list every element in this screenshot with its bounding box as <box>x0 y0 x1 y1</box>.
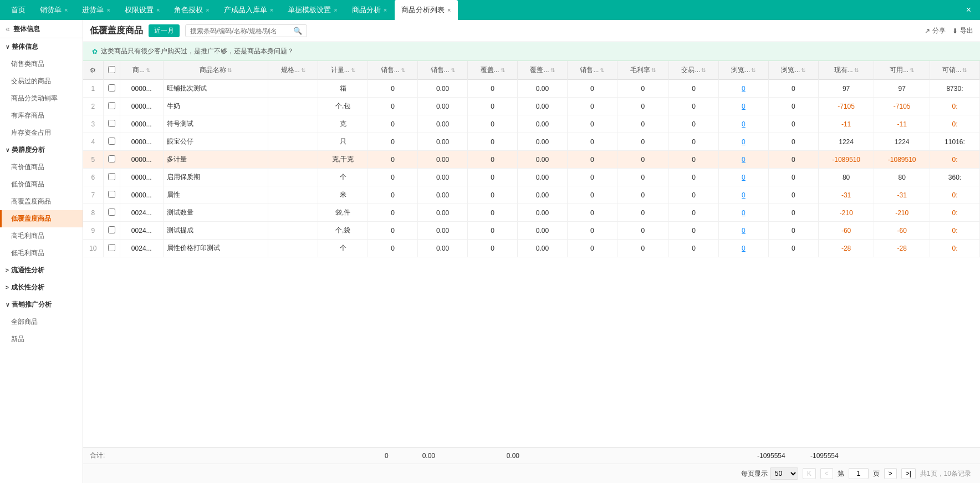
sidebar-item-all-goods[interactable]: 全部商品 <box>0 313 83 331</box>
sidebar-collapse-button[interactable]: « <box>2 23 13 34</box>
close-icon[interactable]: × <box>270 7 273 13</box>
close-icon[interactable]: × <box>384 7 387 13</box>
row-checkbox[interactable] <box>108 226 115 233</box>
row-checkbox-cell[interactable] <box>103 186 120 204</box>
col-settings[interactable]: ⚙ <box>83 61 103 80</box>
row-checkbox[interactable] <box>108 102 115 109</box>
col-sales-detail[interactable]: 销售...⇅ <box>567 61 617 80</box>
row-browse1[interactable]: 0 <box>718 80 768 98</box>
prev-page-button[interactable]: < <box>820 468 833 479</box>
row-num: 10 <box>83 240 103 257</box>
row-browse1[interactable]: 0 <box>718 98 768 115</box>
col-code[interactable]: 商...⇅ <box>120 61 163 80</box>
time-filter-button[interactable]: 近一月 <box>149 24 180 37</box>
sidebar-item-stock-capital[interactable]: 库存资金占用 <box>0 124 83 141</box>
sidebar-item-traded-goods[interactable]: 交易过的商品 <box>0 73 83 90</box>
close-icon[interactable]: × <box>334 7 337 13</box>
row-checkbox[interactable] <box>108 84 115 91</box>
row-checkbox-cell[interactable] <box>103 240 120 257</box>
col-trade[interactable]: 交易...⇅ <box>669 61 719 80</box>
close-icon[interactable]: × <box>64 7 68 13</box>
col-current[interactable]: 现有...⇅ <box>818 61 874 80</box>
sidebar-item-stock-goods[interactable]: 有库存商品 <box>0 107 83 124</box>
row-browse1[interactable]: 0 <box>718 151 768 169</box>
per-page-dropdown[interactable]: 50 100 200 <box>770 467 798 480</box>
row-checkbox[interactable] <box>108 191 115 198</box>
nav-tab-products[interactable]: 产成品入库单 × <box>217 0 280 20</box>
close-icon[interactable]: × <box>206 7 209 13</box>
nav-tab-analysis-list[interactable]: 商品分析列表 × <box>395 0 457 20</box>
last-page-button[interactable]: >| <box>901 468 916 479</box>
close-icon[interactable]: × <box>106 7 110 13</box>
col-saleable[interactable]: 可销...⇅ <box>930 61 979 80</box>
row-browse1[interactable]: 0 <box>718 169 768 186</box>
nav-tab-sales[interactable]: 销货单 × <box>33 0 74 20</box>
row-checkbox[interactable] <box>108 209 115 216</box>
window-close-button[interactable]: × <box>962 3 976 17</box>
col-browse2[interactable]: 浏览...⇅ <box>768 61 818 80</box>
col-unit[interactable]: 计量...⇅ <box>318 61 368 80</box>
nav-tab-permissions[interactable]: 权限设置 × <box>118 0 166 20</box>
sidebar-group-overall[interactable]: ∨ 整体信息 <box>0 38 83 55</box>
select-all-checkbox[interactable] <box>108 66 115 73</box>
row-checkbox[interactable] <box>108 138 115 145</box>
col-sales-amount[interactable]: 销售...⇅ <box>418 61 468 80</box>
sidebar-item-low-coverage[interactable]: 低覆盖度商品 <box>0 210 83 227</box>
row-checkbox[interactable] <box>108 244 115 251</box>
first-page-button[interactable]: K <box>803 468 816 479</box>
row-checkbox-cell[interactable] <box>103 115 120 133</box>
row-checkbox-cell[interactable] <box>103 169 120 186</box>
share-button[interactable]: ↗ 分享 <box>925 26 946 35</box>
row-checkbox-cell[interactable] <box>103 222 120 240</box>
row-browse1[interactable]: 0 <box>718 204 768 222</box>
nav-tab-roles[interactable]: 角色授权 × <box>167 0 216 20</box>
col-cov1[interactable]: 覆盖...⇅ <box>468 61 518 80</box>
row-name: 测试提成 <box>163 222 268 240</box>
col-spec[interactable]: 规格...⇅ <box>268 61 318 80</box>
sidebar-item-high-value[interactable]: 高价值商品 <box>0 159 83 176</box>
sidebar-item-high-margin[interactable]: 高毛利商品 <box>0 227 83 245</box>
row-checkbox[interactable] <box>108 173 115 180</box>
nav-tab-home[interactable]: 首页 <box>4 0 32 20</box>
sidebar-item-category-rate[interactable]: 商品分类动销率 <box>0 90 83 107</box>
sidebar-item-low-margin[interactable]: 低毛利商品 <box>0 245 83 262</box>
row-browse1[interactable]: 0 <box>718 133 768 151</box>
close-icon[interactable]: × <box>447 7 451 13</box>
col-checkbox[interactable] <box>103 61 120 80</box>
search-input[interactable] <box>190 27 291 35</box>
row-browse1[interactable]: 0 <box>718 115 768 133</box>
col-available[interactable]: 可用...⇅ <box>874 61 930 80</box>
row-checkbox-cell[interactable] <box>103 204 120 222</box>
settings-icon[interactable]: ⚙ <box>90 67 96 74</box>
row-checkbox-cell[interactable] <box>103 80 120 98</box>
col-browse1[interactable]: 浏览...⇅ <box>718 61 768 80</box>
row-checkbox-cell[interactable] <box>103 151 120 169</box>
row-browse1[interactable]: 0 <box>718 186 768 204</box>
sidebar-group-marketing[interactable]: ∨ 营销推广分析 <box>0 296 83 313</box>
nav-tab-template[interactable]: 单据模板设置 × <box>281 0 344 20</box>
sidebar-group-growth[interactable]: > 成长性分析 <box>0 279 83 296</box>
row-checkbox-cell[interactable] <box>103 133 120 151</box>
row-checkbox[interactable] <box>108 120 115 127</box>
nav-tab-purchase[interactable]: 进货单 × <box>75 0 116 20</box>
sidebar-group-cluster[interactable]: ∨ 类群度分析 <box>0 141 83 159</box>
row-browse1[interactable]: 0 <box>718 240 768 257</box>
row-checkbox[interactable] <box>108 155 115 162</box>
col-gross-margin[interactable]: 毛利率⇅ <box>617 61 668 80</box>
sidebar-item-new-goods[interactable]: 新品 <box>0 331 83 348</box>
page-number-input[interactable] <box>849 468 869 479</box>
sidebar-item-sales-goods[interactable]: 销售类商品 <box>0 55 83 73</box>
sidebar-group-flow[interactable]: > 流通性分析 <box>0 262 83 279</box>
col-cov2[interactable]: 覆盖...⇅ <box>518 61 568 80</box>
sidebar-item-low-value[interactable]: 低价值商品 <box>0 176 83 193</box>
sidebar-item-high-coverage[interactable]: 高覆盖度商品 <box>0 193 83 210</box>
row-checkbox-cell[interactable] <box>103 98 120 115</box>
col-name[interactable]: 商品名称⇅ <box>163 61 268 80</box>
col-sales-qty[interactable]: 销售...⇅ <box>368 61 418 80</box>
nav-tab-analysis[interactable]: 商品分析 × <box>345 0 394 20</box>
export-button[interactable]: ⬇ 导出 <box>952 26 973 35</box>
close-icon[interactable]: × <box>156 7 160 13</box>
next-page-button[interactable]: > <box>884 468 897 479</box>
row-browse1[interactable]: 0 <box>718 222 768 240</box>
row-num: 2 <box>83 98 103 115</box>
